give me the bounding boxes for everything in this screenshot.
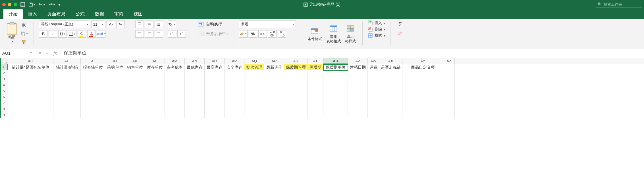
cell-AN2[interactable]	[185, 70, 205, 76]
search-input[interactable]	[603, 2, 637, 7]
cell-AI4[interactable]	[81, 82, 105, 88]
cell-AP6[interactable]	[225, 94, 244, 100]
spreadsheet-grid[interactable]: AGAHAIAJAKALAMANAOAPAQARASATAUAVAWAXAYAZ…	[0, 58, 644, 118]
row-header-5[interactable]: 5	[0, 88, 8, 94]
cell-AN3[interactable]	[185, 76, 205, 82]
cell-AR6[interactable]	[264, 94, 284, 100]
increase-indent-button[interactable]	[177, 30, 186, 38]
column-header-AV[interactable]: AV	[348, 58, 368, 64]
cell-AJ7[interactable]	[105, 100, 125, 106]
cell-AP2[interactable]	[225, 70, 244, 76]
cell-AW4[interactable]	[368, 82, 379, 88]
cell-AU3[interactable]	[323, 76, 348, 82]
cell-AY6[interactable]	[402, 94, 443, 100]
column-header-AR[interactable]: AR	[264, 58, 284, 64]
cell-AO4[interactable]	[205, 82, 225, 88]
cell-AO1[interactable]: 最高库存	[205, 64, 225, 70]
home-icon[interactable]	[20, 2, 25, 7]
row-header-8[interactable]: 8	[0, 106, 8, 112]
align-middle-button[interactable]	[145, 21, 153, 28]
column-header-AW[interactable]: AW	[368, 58, 379, 64]
cell-AL8[interactable]	[145, 106, 165, 112]
cell-AS8[interactable]	[284, 106, 308, 112]
cell-AK7[interactable]	[125, 100, 145, 106]
cell-AH3[interactable]	[53, 76, 81, 82]
cell-AV2[interactable]	[348, 70, 368, 76]
cell-AT9[interactable]	[308, 112, 323, 118]
conditional-format-button[interactable]: 条件格式	[306, 25, 323, 42]
cell-AG1[interactable]: 辅计量4是否包装单位	[8, 64, 53, 70]
cell-AG7[interactable]	[8, 100, 53, 106]
cell-AQ1[interactable]: 批次管理	[244, 64, 264, 70]
cell-AM5[interactable]	[165, 88, 185, 94]
cell-AH1[interactable]: 辅计量4条码	[53, 64, 81, 70]
cell-AO6[interactable]	[205, 94, 225, 100]
column-header-AT[interactable]: AT	[308, 58, 323, 64]
cell-AZ2[interactable]	[443, 70, 455, 76]
tab-插入[interactable]: 插入	[23, 9, 42, 19]
cell-AV9[interactable]	[348, 112, 368, 118]
border-button[interactable]	[68, 30, 76, 38]
orientation-button[interactable]: ab	[168, 21, 176, 28]
cell-AH5[interactable]	[53, 88, 81, 94]
cell-AK5[interactable]	[125, 88, 145, 94]
save-icon[interactable]: ▾	[28, 2, 35, 7]
cell-AJ5[interactable]	[105, 88, 125, 94]
row-header-9[interactable]: 9	[0, 112, 8, 118]
cell-AK1[interactable]: 销售单位	[125, 64, 145, 70]
cell-AS5[interactable]	[284, 88, 308, 94]
phonetic-button[interactable]: abc A	[97, 30, 105, 38]
cell-AT1[interactable]: 保质期	[308, 64, 323, 70]
cell-AN5[interactable]	[185, 88, 205, 94]
cell-AT4[interactable]	[308, 82, 323, 88]
cell-AK3[interactable]	[125, 76, 145, 82]
cell-AL6[interactable]	[145, 94, 165, 100]
cell-AQ9[interactable]	[244, 112, 264, 118]
cell-AG6[interactable]	[8, 94, 53, 100]
cell-AS2[interactable]	[284, 70, 308, 76]
cell-AT7[interactable]	[308, 100, 323, 106]
paste-dropdown[interactable]	[11, 40, 13, 43]
column-header-AP[interactable]: AP	[225, 58, 244, 64]
cell-AL9[interactable]	[145, 112, 165, 118]
cell-AL5[interactable]	[145, 88, 165, 94]
cell-AH6[interactable]	[53, 94, 81, 100]
cell-AV4[interactable]	[348, 82, 368, 88]
cell-AI3[interactable]	[81, 76, 105, 82]
cell-AG9[interactable]	[8, 112, 53, 118]
cell-AM6[interactable]	[165, 94, 185, 100]
column-header-AS[interactable]: AS	[284, 58, 308, 64]
cell-AW5[interactable]	[368, 88, 379, 94]
cell-AM9[interactable]	[165, 112, 185, 118]
cell-AX6[interactable]	[379, 94, 402, 100]
column-header-AL[interactable]: AL	[145, 58, 165, 64]
font-color-button[interactable]: A	[87, 30, 96, 38]
cell-AG4[interactable]	[8, 82, 53, 88]
cell-AU8[interactable]	[323, 106, 348, 112]
cell-AJ6[interactable]	[105, 94, 125, 100]
cell-AZ8[interactable]	[443, 106, 455, 112]
cell-AS9[interactable]	[284, 112, 308, 118]
font-name-select[interactable]: 等线 Regular (正文)▾	[39, 21, 90, 28]
cell-AU1[interactable]: 保质期单位	[323, 64, 348, 70]
cancel-formula-button[interactable]: ✕	[38, 50, 42, 56]
cell-AX5[interactable]	[379, 88, 402, 94]
cell-AZ9[interactable]	[443, 112, 455, 118]
cell-AK9[interactable]	[125, 112, 145, 118]
cell-AG8[interactable]	[8, 106, 53, 112]
align-bottom-button[interactable]	[155, 21, 163, 28]
row-header-7[interactable]: 7	[0, 100, 8, 106]
cell-AL1[interactable]: 库存单位	[145, 64, 165, 70]
bold-button[interactable]: B	[39, 30, 47, 38]
autosum-button[interactable]: Σ	[396, 21, 405, 28]
column-header-AG[interactable]: AG	[8, 58, 53, 64]
cell-AH7[interactable]	[53, 100, 81, 106]
cell-AX9[interactable]	[379, 112, 402, 118]
column-header-AM[interactable]: AM	[165, 58, 185, 64]
cell-AU5[interactable]	[323, 88, 348, 94]
close-window-button[interactable]	[2, 3, 6, 6]
cell-AL3[interactable]	[145, 76, 165, 82]
cell-AZ4[interactable]	[443, 82, 455, 88]
cell-AP3[interactable]	[225, 76, 244, 82]
customize-qat-icon[interactable]: ▾	[58, 2, 61, 7]
